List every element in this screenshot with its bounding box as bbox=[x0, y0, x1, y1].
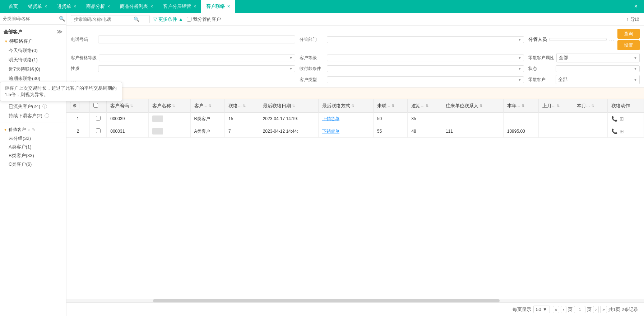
row-checkbox-2[interactable] bbox=[96, 128, 101, 133]
customer-level-select[interactable]: ▼ bbox=[327, 55, 524, 61]
sort-icon-code: ⇅ bbox=[130, 104, 133, 108]
sort-icon-year: ⇅ bbox=[522, 104, 524, 108]
customer-type-select[interactable]: ▼ bbox=[327, 76, 524, 83]
th-level[interactable]: 客户... ⇅ bbox=[190, 99, 225, 113]
grid-action-icon-1[interactable]: ⊞ bbox=[620, 116, 624, 122]
prev-page-btn[interactable]: ‹ bbox=[561, 306, 566, 313]
close-purchase-tab[interactable]: × bbox=[74, 0, 76, 13]
cell-action-2: 📞 ⊞ bbox=[607, 125, 644, 138]
sort-icon-overdue: ⇅ bbox=[426, 104, 428, 108]
cell-last-date-1: 2023-04-17 14:19: bbox=[259, 113, 318, 125]
active-filter-row: 回购异常客户(2) ... bbox=[66, 88, 644, 99]
main-search-input[interactable] bbox=[74, 17, 131, 22]
th-last-month[interactable]: 上月... ⇅ bbox=[539, 99, 573, 113]
select-all-checkbox[interactable] bbox=[93, 103, 98, 108]
export-button[interactable]: ↑ 导出 bbox=[627, 16, 640, 23]
window-close-button[interactable]: × bbox=[631, 3, 640, 10]
department-select[interactable]: ▼ bbox=[327, 36, 524, 43]
status-chevron: ▼ bbox=[634, 67, 637, 71]
filter-payment: 收付款条件 ▼ bbox=[300, 65, 524, 72]
sidebar-item-class-a[interactable]: A类客户(1) bbox=[0, 143, 66, 151]
cell-last-method-2[interactable]: 下销货单 bbox=[319, 125, 374, 138]
payment-select[interactable]: ▼ bbox=[327, 65, 524, 72]
phone-action-icon-1[interactable]: 📞 bbox=[611, 116, 617, 122]
sidebar-item-ungroup[interactable]: 未分组(32) bbox=[0, 134, 66, 143]
more-conditions-btn[interactable]: ▽ 更多条件 ▲ bbox=[153, 16, 183, 23]
my-customers-filter: 我分管的客户 bbox=[187, 16, 221, 23]
info-icon3: ⓘ bbox=[42, 104, 47, 109]
sidebar-item-class-b[interactable]: B类客户(33) bbox=[0, 151, 66, 160]
per-page-select[interactable]: 50 ▼ bbox=[533, 306, 550, 313]
manager-select[interactable] bbox=[549, 38, 607, 41]
cell-code-2: 000031 bbox=[107, 125, 149, 138]
my-customers-checkbox[interactable] bbox=[187, 17, 191, 22]
nav-customer-contact[interactable]: 客户联络 × bbox=[201, 0, 235, 13]
manager-dots[interactable]: … bbox=[609, 36, 615, 43]
first-page-btn[interactable]: « bbox=[553, 306, 560, 313]
th-last-method[interactable]: 最后联络方式 ⇅ bbox=[319, 99, 374, 113]
phone-action-icon-2[interactable]: 📞 bbox=[611, 128, 617, 134]
filter-grid: 电话号码 分管部门 ▼ 分管人员 … bbox=[66, 26, 644, 88]
nav-product-list[interactable]: 商品分析列表 × bbox=[115, 0, 158, 13]
nav-home[interactable]: 首页 bbox=[4, 0, 23, 13]
th-this-month[interactable]: 本月... ⇅ bbox=[573, 99, 607, 113]
arrow-value: ▼ bbox=[4, 128, 7, 132]
collapse-sidebar-btn[interactable]: ≫ bbox=[56, 28, 62, 35]
status-select[interactable]: ▼ bbox=[556, 65, 640, 72]
edit-icon[interactable]: ✎ bbox=[32, 127, 35, 132]
sort-icon-tmonth: ⇅ bbox=[591, 104, 594, 108]
sidebar-item-today[interactable]: 今天待联络(0) bbox=[0, 46, 66, 55]
sidebar-item-class-c[interactable]: C类客户(6) bbox=[0, 160, 66, 169]
th-no-contact[interactable]: 未联... ⇅ bbox=[373, 99, 408, 113]
nav-product-analysis[interactable]: 商品分析 × bbox=[81, 0, 115, 13]
retail-attr-select[interactable]: 全部 ▼ bbox=[556, 53, 640, 62]
cell-last-method-1[interactable]: 下销货单 bbox=[319, 113, 374, 125]
sidebar-item-declining[interactable]: 持续下滑客户(2) ⓘ bbox=[0, 111, 66, 121]
sort-icon-person: ⇅ bbox=[479, 104, 482, 108]
settings-button[interactable]: 设置 bbox=[617, 40, 640, 50]
th-name[interactable]: 客户名称 ⇅ bbox=[148, 99, 190, 113]
grid-action-icon-2[interactable]: ⊞ bbox=[620, 128, 624, 134]
nav-purchase[interactable]: 进货单 × bbox=[52, 0, 81, 13]
nav-sales[interactable]: 销货单 × bbox=[23, 0, 52, 13]
data-table: ⚙ 客户编码 ⇅ 客户名称 bbox=[66, 99, 644, 138]
per-page-chevron: ▼ bbox=[543, 307, 547, 312]
close-sales-tab[interactable]: × bbox=[45, 0, 47, 13]
page-number-input[interactable] bbox=[574, 306, 585, 313]
th-this-year[interactable]: 本年... ⇅ bbox=[503, 99, 539, 113]
scrollbar-thumb[interactable] bbox=[153, 299, 500, 302]
cell-name-2 bbox=[148, 125, 190, 138]
gender-select[interactable]: ▼ bbox=[98, 65, 295, 72]
phone-input[interactable] bbox=[98, 36, 295, 43]
sidebar-item-tomorrow[interactable]: 明天待联络(1) bbox=[0, 55, 66, 65]
sidebar-item-7days[interactable]: 近7天待联络(0) bbox=[0, 65, 66, 74]
th-contact[interactable]: 联络... ⇅ bbox=[225, 99, 259, 113]
last-page-btn[interactable]: » bbox=[600, 306, 607, 313]
info-icon4: ⓘ bbox=[45, 113, 49, 118]
sidebar-search-input[interactable] bbox=[3, 16, 57, 21]
cell-code-1: 000039 bbox=[107, 113, 149, 125]
price-level-select[interactable]: ▼ bbox=[99, 55, 295, 61]
filter-department: 分管部门 ▼ bbox=[300, 36, 524, 43]
close-customer-segment-tab[interactable]: × bbox=[194, 0, 196, 13]
next-page-btn[interactable]: › bbox=[593, 306, 599, 313]
cell-name-1 bbox=[148, 113, 190, 125]
content-area: 🔍 ▽ 更多条件 ▲ 我分管的客户 ↑ 导出 电话号码 bbox=[66, 13, 644, 316]
close-customer-contact-tab[interactable]: × bbox=[227, 0, 230, 13]
dept-chevron-down: ▼ bbox=[518, 38, 522, 42]
cell-no-contact-1: 50 bbox=[373, 113, 408, 125]
nav-customer-segment[interactable]: 客户分层经营 × bbox=[158, 0, 201, 13]
row-checkbox-1[interactable] bbox=[96, 116, 101, 121]
th-overdue[interactable]: 逾期... ⇅ bbox=[408, 99, 442, 113]
close-product-list-tab[interactable]: × bbox=[150, 0, 153, 13]
group-waiting-contact[interactable]: ▼ 待联络客户 bbox=[0, 37, 66, 46]
query-button[interactable]: 查询 bbox=[617, 29, 640, 39]
sidebar-item-churned[interactable]: 已流失客户(24) ⓘ bbox=[0, 102, 66, 111]
cell-no-contact-2: 55 bbox=[373, 125, 408, 138]
th-contact-person[interactable]: 往来单位联系人 ⇅ bbox=[442, 99, 503, 113]
close-product-analysis-tab[interactable]: × bbox=[107, 0, 110, 13]
horizontal-scrollbar[interactable] bbox=[66, 299, 644, 302]
retail-customer-select[interactable]: 全部 ▼ bbox=[556, 75, 640, 84]
th-last-date[interactable]: 最后联络日期 ⇅ bbox=[259, 99, 318, 113]
table-settings-btn[interactable]: ⚙ bbox=[70, 102, 79, 109]
